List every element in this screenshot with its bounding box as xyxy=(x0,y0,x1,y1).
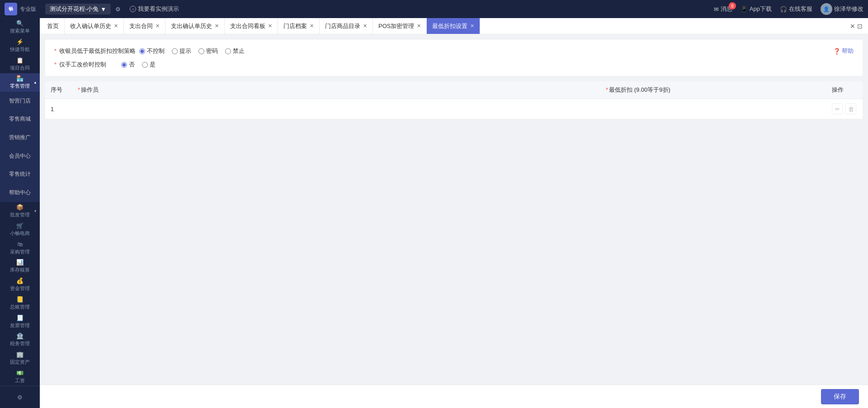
sidebar-item-help-center[interactable]: 帮助中心 xyxy=(0,183,40,202)
radio-password[interactable]: 密码 xyxy=(198,47,218,55)
tab-expense-contract-close-icon[interactable]: ✕ xyxy=(156,23,160,29)
tab-expand-icon[interactable]: ⊡ xyxy=(857,23,863,30)
sidebar-item-retail-mall[interactable]: 零售商城 xyxy=(0,110,40,129)
cell-seq: 1 xyxy=(45,99,72,119)
tab-store-archive-close-icon[interactable]: ✕ xyxy=(310,23,314,29)
sidebar-item-salary[interactable]: 💵 工资 xyxy=(0,367,40,386)
sidebar-item-smart-store[interactable]: 智营门店 xyxy=(0,92,40,110)
radio-yes-input[interactable] xyxy=(142,62,148,68)
sidebar-item-retail-mgmt[interactable]: 🏪 零售管理 xyxy=(0,73,40,92)
sidebar-item-inventory[interactable]: 📊 库存核算 xyxy=(0,257,40,276)
sidebar-label-retail-mall: 零售商城 xyxy=(9,115,31,123)
tab-expense-contract-label: 支出合同 xyxy=(129,22,153,30)
sidebar-item-purchase-mgmt[interactable]: 🛍 采购管理 xyxy=(0,239,40,257)
sidebar-label-tax: 税务管理 xyxy=(10,340,30,347)
sidebar-item-ledger[interactable]: 📒 总账管理 xyxy=(0,294,40,313)
radio-no[interactable]: 否 xyxy=(121,61,135,69)
tab-min-discount-close-icon[interactable]: ✕ xyxy=(470,23,474,29)
sidebar-item-wholesale-mgmt[interactable]: 📦 批发管理 xyxy=(0,202,40,220)
radio-prompt-input[interactable] xyxy=(172,48,178,54)
settings-icon[interactable]: ⚙ xyxy=(115,6,121,13)
message-icon: ✉ xyxy=(714,6,719,13)
sidebar-item-member[interactable]: 会员中心 xyxy=(0,147,40,165)
sidebar-item-tax[interactable]: 🏦 税务管理 xyxy=(0,331,40,349)
sidebar-item-ecommerce[interactable]: 🛒 小畅电商 xyxy=(0,220,40,239)
top-bar-right: ✉ 消息 8 📱 App下载 🎧 在线客服 👤 徐泽华修改 xyxy=(714,3,863,15)
tab-pos-mgmt-close-icon[interactable]: ✕ xyxy=(417,23,421,29)
sidebar-label-wholesale-mgmt: 批发管理 xyxy=(10,211,30,218)
th-operator: *操作员 xyxy=(72,81,600,99)
tab-pos-mgmt[interactable]: POS加密管理 ✕ xyxy=(373,18,427,34)
control-policy-label: * 收银员低于最低折扣控制策略 xyxy=(54,47,136,55)
radio-yes[interactable]: 是 xyxy=(142,61,156,69)
tab-store-archive[interactable]: 门店档案 ✕ xyxy=(278,18,320,34)
sidebar-item-retail-stats[interactable]: 零售统计 xyxy=(0,165,40,184)
sidebar-item-fixed-assets[interactable]: 🏢 固定资产 xyxy=(0,349,40,368)
user-profile-btn[interactable]: 👤 徐泽华修改 xyxy=(821,3,863,15)
tab-income-history[interactable]: 收入确认单历史 ✕ xyxy=(65,18,124,34)
radio-prompt[interactable]: 提示 xyxy=(172,47,191,55)
message-btn[interactable]: ✉ 消息 8 xyxy=(714,5,732,13)
fixed-assets-icon: 🏢 xyxy=(16,351,24,358)
help-link[interactable]: ❓ 帮助 xyxy=(833,47,854,55)
radio-no-label: 否 xyxy=(129,61,135,69)
demo-link[interactable]: ○ 我要看实例演示 xyxy=(130,5,179,13)
wholesale-mgmt-icon: 📦 xyxy=(16,204,24,211)
online-service-btn[interactable]: 🎧 在线客服 xyxy=(780,5,812,13)
quick-nav-icon: ⚡ xyxy=(16,38,24,45)
manual-control-row: * 仅手工改价时控制 否 是 xyxy=(54,61,854,69)
tab-home[interactable]: 首页 xyxy=(42,18,65,34)
tab-store-catalog-close-icon[interactable]: ✕ xyxy=(363,23,367,29)
sidebar-item-search[interactable]: 🔍 搜索菜单 xyxy=(0,18,40,37)
tab-income-history-close-icon[interactable]: ✕ xyxy=(114,23,118,29)
save-button[interactable]: 保存 xyxy=(821,389,859,404)
tab-expense-board[interactable]: 支出合同看板 ✕ xyxy=(225,18,278,34)
sidebar-item-invoice[interactable]: 🧾 发票管理 xyxy=(0,312,40,331)
finance-icon: 💰 xyxy=(16,277,24,284)
radio-no-control-input[interactable] xyxy=(139,48,145,54)
radio-no-control[interactable]: 不控制 xyxy=(139,47,165,55)
radio-forbid[interactable]: 禁止 xyxy=(225,47,245,55)
sidebar-item-quick-nav[interactable]: ⚡ 快捷导航 xyxy=(0,37,40,55)
tab-expense-history[interactable]: 支出确认单历史 ✕ xyxy=(165,18,225,34)
inventory-icon: 📊 xyxy=(16,259,24,266)
tab-min-discount[interactable]: 最低折扣设置 ✕ xyxy=(427,18,480,34)
sidebar-item-project-contract[interactable]: 📋 项目合同 xyxy=(0,55,40,73)
sidebar-label-inventory: 库存核算 xyxy=(10,267,30,273)
tab-expense-history-close-icon[interactable]: ✕ xyxy=(215,23,219,29)
main-layout: 🔍 搜索菜单 ⚡ 快捷导航 📋 项目合同 🏪 零售管理 智营门店 零售商城 营销… xyxy=(0,18,868,408)
edit-row-btn[interactable]: ✏ xyxy=(832,103,843,114)
sidebar-label-smart-store: 智营门店 xyxy=(9,97,31,105)
sidebar-gear-btn[interactable]: ⚙ xyxy=(0,386,40,408)
manual-control-label: * 仅手工改价时控制 xyxy=(54,61,118,69)
sidebar-label-quick-nav: 快捷导航 xyxy=(10,46,30,53)
tab-expense-board-close-icon[interactable]: ✕ xyxy=(268,23,272,29)
project-selector[interactable]: 测试分开花程-小兔 ▼ xyxy=(45,4,111,14)
manual-radio-group: 否 是 xyxy=(121,61,156,69)
tab-store-archive-label: 门店档案 xyxy=(283,22,307,30)
radio-forbid-label: 禁止 xyxy=(233,47,245,55)
tab-home-label: 首页 xyxy=(47,22,59,30)
sidebar-label-purchase-mgmt: 采购管理 xyxy=(10,249,30,255)
th-discount: *最低折扣 (9.00等于9折) xyxy=(600,81,826,99)
th-discount-required: * xyxy=(606,86,608,93)
project-contract-icon: 📋 xyxy=(16,57,24,64)
sidebar-label-finance: 资金管理 xyxy=(10,285,30,292)
tab-expense-contract[interactable]: 支出合同 ✕ xyxy=(124,18,165,34)
app-edition-label: 专业版 xyxy=(20,5,36,13)
radio-no-input[interactable] xyxy=(121,62,127,68)
tab-store-catalog[interactable]: 门店商品目录 ✕ xyxy=(320,18,373,34)
app-download-label: App下载 xyxy=(750,5,772,13)
ledger-icon: 📒 xyxy=(16,296,24,303)
app-download-btn[interactable]: 📱 App下载 xyxy=(741,5,772,13)
logo-icon: 畅 xyxy=(5,3,17,15)
radio-password-input[interactable] xyxy=(198,48,204,54)
search-icon: 🔍 xyxy=(16,20,24,27)
radio-forbid-input[interactable] xyxy=(225,48,231,54)
invoice-icon: 🧾 xyxy=(16,314,24,321)
tab-close-all-icon[interactable]: ✕ xyxy=(850,23,855,30)
delete-row-btn[interactable]: 🗑 xyxy=(845,103,856,114)
sidebar-item-marketing[interactable]: 营销推广 xyxy=(0,128,40,147)
sidebar-item-finance[interactable]: 💰 资金管理 xyxy=(0,276,40,294)
control-policy-radio-group: 不控制 提示 密码 禁止 xyxy=(139,47,245,55)
